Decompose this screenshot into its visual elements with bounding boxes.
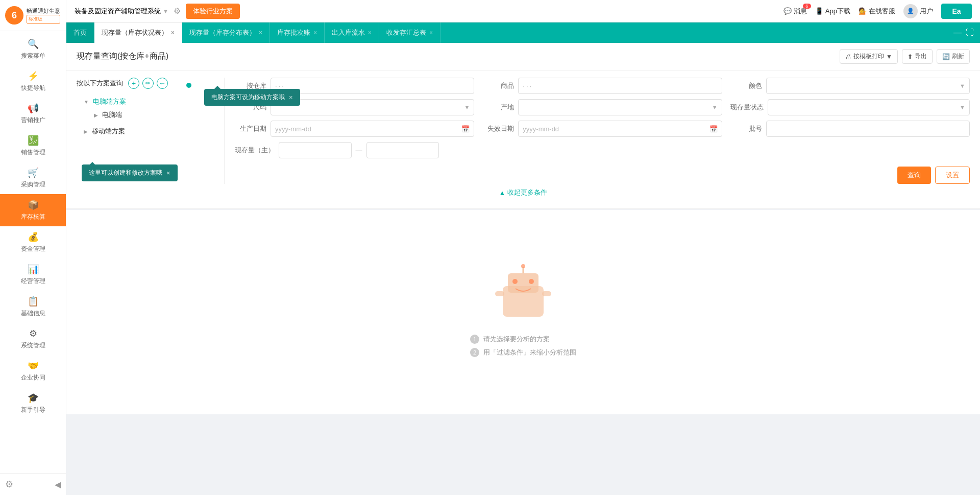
collapse-bar[interactable]: ▲ 收起更多条件 [77, 184, 970, 201]
sidebar-collapse-icon[interactable]: ◀ [55, 480, 61, 489]
tab-maximize-icon[interactable]: ⛶ [966, 28, 974, 37]
sidebar-item-corp[interactable]: 🤝 企业协同 [0, 355, 66, 387]
tab-close-batch-account[interactable]: × [313, 29, 317, 36]
empty-step-1: 1 请先选择要分析的方案 [470, 335, 576, 344]
scheme-mobile[interactable]: ▶ 移动端方案 [84, 125, 217, 138]
tab-inout-flow[interactable]: 出入库流水 × [325, 22, 379, 43]
field-goods: 商品 ··· [482, 78, 722, 94]
color-input[interactable]: ▼ [766, 78, 970, 94]
size-input[interactable]: ▼ [271, 99, 474, 115]
tab-collect-summary[interactable]: 收发存汇总表 × [379, 22, 440, 43]
stock-qty-min[interactable] [279, 142, 352, 158]
sales-icon: 💹 [28, 135, 39, 146]
tab-close-inout-flow[interactable]: × [368, 29, 372, 36]
tooltip-edit-close[interactable]: × [166, 169, 170, 177]
system-name: 装备及固定资产辅助管理系统 [75, 7, 161, 16]
filter-header: 按以下方案查询 + ✏ ← 电脑方案可设为移动方案哦 × [77, 78, 217, 89]
tab-inventory-status[interactable]: 现存量（库存状况表） × [94, 22, 182, 43]
origin-input[interactable]: ▼ [518, 99, 722, 115]
stock-status-dropdown-icon: ▼ [960, 104, 965, 110]
collapse-up-icon: ▲ [499, 189, 506, 197]
stock-qty-max[interactable] [366, 142, 439, 158]
svg-point-3 [529, 279, 534, 284]
export-btn[interactable]: ⬆ 导出 [902, 49, 933, 64]
operation-icon: 📊 [28, 264, 39, 275]
sidebar-item-search[interactable]: 🔍 搜索菜单 [0, 33, 66, 65]
header-left: 装备及固定资产辅助管理系统 ▼ ⚙ 体验行业方案 [75, 4, 240, 19]
experience-button[interactable]: 体验行业方案 [186, 4, 240, 19]
filter-row-1: 按仓库 ··· 商品 ··· 颜色 [235, 78, 970, 94]
service-icon: 💁 [859, 7, 867, 15]
sidebar-item-sales[interactable]: 💹 销售管理 [0, 130, 66, 162]
stock-status-input[interactable]: ▼ [768, 99, 970, 115]
tab-batch-account[interactable]: 库存批次账 × [270, 22, 325, 43]
scheme-desktop[interactable]: ▼ 电脑端方案 [84, 95, 217, 108]
tab-close-collect-summary[interactable]: × [429, 29, 433, 36]
scheme-list: ▼ 电脑端方案 ▶ 电脑端 ▶ 移动端方案 [77, 95, 217, 138]
color-dropdown-icon: ▼ [960, 83, 965, 89]
sidebar-item-system[interactable]: ⚙ 系统管理 [0, 323, 66, 355]
tab-close-inventory-status[interactable]: × [171, 29, 175, 36]
batch-no-input[interactable] [766, 121, 970, 137]
tab-home[interactable]: 首页 [66, 22, 94, 43]
refresh-btn[interactable]: 🔄 刷新 [937, 49, 970, 64]
field-stock-status: 现存量状态 ▼ [730, 99, 970, 115]
tab-close-inventory-dist[interactable]: × [259, 29, 262, 36]
back-btn[interactable]: ← [157, 78, 168, 89]
edit-scheme-btn[interactable]: ✏ [142, 78, 154, 89]
sidebar-settings-icon[interactable]: ⚙ [5, 479, 13, 490]
app-download-btn[interactable]: 📱 App下载 [815, 7, 850, 16]
warehouse-input[interactable]: ··· [271, 78, 474, 94]
prod-date-input[interactable]: yyyy-mm-dd 📅 [271, 121, 474, 137]
scheme-mobile-arrow: ▶ [84, 129, 88, 134]
sidebar-item-purchase[interactable]: 🛒 采购管理 [0, 162, 66, 194]
scheme-arrow-down: ▼ [84, 99, 89, 105]
sidebar-item-nav[interactable]: ⚡ 快捷导航 [0, 65, 66, 98]
settings-btn[interactable]: ⚙ [174, 6, 181, 16]
tooltip-edit-scheme: 这里可以创建和修改方案哦 × [82, 164, 178, 181]
system-select[interactable]: 装备及固定资产辅助管理系统 ▼ [75, 7, 168, 16]
print-template-btn[interactable]: 🖨 按模板打印 ▼ [840, 49, 898, 64]
sidebar-item-operation[interactable]: 📊 经营管理 [0, 258, 66, 291]
online-service-btn[interactable]: 💁 在线客服 [859, 7, 895, 16]
purchase-icon: 🛒 [28, 167, 39, 178]
page-actions: 🖨 按模板打印 ▼ ⬆ 导出 🔄 刷新 [840, 49, 970, 64]
goods-input[interactable]: ··· [518, 78, 722, 94]
notification-icon: 💬 [783, 7, 792, 15]
calendar-icon-1: 📅 [461, 125, 470, 133]
empty-state-container: 1 请先选择要分析的方案 2 用「过滤条件」来缩小分析范围 [66, 210, 980, 414]
tab-inventory-dist[interactable]: 现存量（库存分布表） × [182, 22, 270, 43]
sidebar-item-marketing[interactable]: 📢 营销推广 [0, 98, 66, 130]
top-header: 装备及固定资产辅助管理系统 ▼ ⚙ 体验行业方案 💬 消息 6 📱 App下载 … [66, 0, 980, 22]
add-scheme-btn[interactable]: + [128, 78, 139, 89]
app-icon: 📱 [815, 7, 823, 15]
filter-fields: 按仓库 ··· 商品 ··· 颜色 [225, 78, 970, 184]
empty-state: 1 请先选择要分析的方案 2 用「过滤条件」来缩小分析范围 [470, 222, 576, 402]
sidebar-item-guide[interactable]: 🎓 新手引导 [0, 387, 66, 419]
ea-badge: Ea [941, 4, 972, 19]
reset-button[interactable]: 设置 [935, 167, 970, 184]
scheme-desktop-child[interactable]: ▶ 电脑端 [94, 108, 217, 122]
user-btn[interactable]: 👤 用户 [903, 4, 933, 18]
expire-date-input[interactable]: yyyy-mm-dd 📅 [518, 121, 722, 137]
filter-label: 按以下方案查询 [77, 79, 123, 88]
search-button[interactable]: 查询 [897, 167, 931, 184]
step-num-2: 2 [470, 348, 479, 357]
notification-btn[interactable]: 💬 消息 6 [783, 7, 807, 16]
logo-badge: 标准版 [27, 15, 60, 23]
tooltip-add-close[interactable]: × [289, 93, 293, 101]
scheme-desktop-children: ▶ 电脑端 [84, 108, 217, 122]
user-avatar: 👤 [903, 4, 918, 18]
sidebar-item-basic[interactable]: 📋 基础信息 [0, 291, 66, 323]
tooltip-dot [186, 83, 191, 88]
calendar-icon-2: 📅 [709, 125, 718, 133]
sidebar-item-inventory[interactable]: 📦 库存核算 [0, 194, 66, 226]
tab-minimize-icon[interactable]: — [953, 28, 962, 37]
svg-point-2 [512, 279, 518, 284]
field-batch-no: 批号 [730, 121, 970, 137]
empty-step-2: 2 用「过滤条件」来缩小分析范围 [470, 348, 576, 357]
sidebar-item-finance[interactable]: 💰 资金管理 [0, 226, 66, 258]
logo-icon: 6 [5, 6, 23, 25]
system-dropdown-icon: ▼ [163, 8, 168, 14]
print-icon: 🖨 [845, 53, 851, 60]
